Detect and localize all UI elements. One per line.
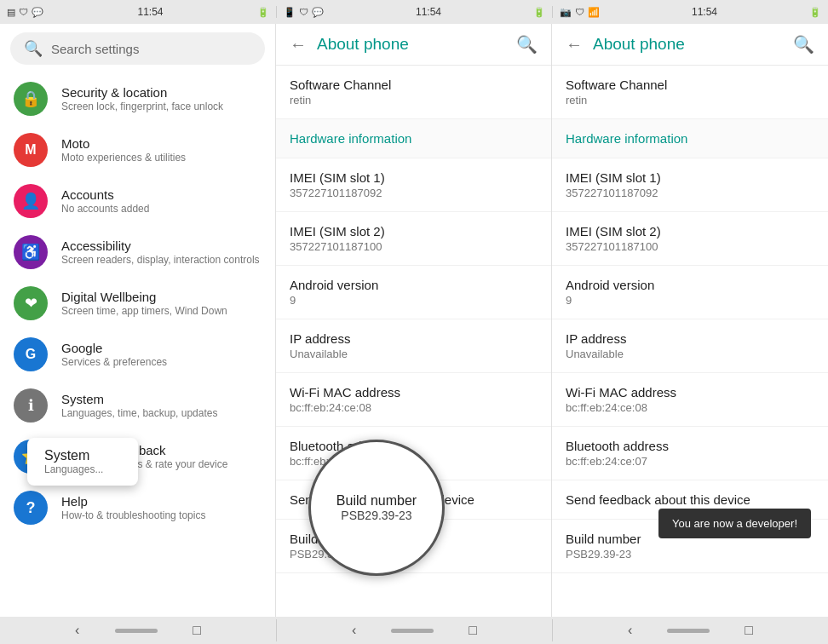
about-r-bt-value: bc:ff:eb:24:ce:07	[566, 455, 814, 468]
about-imei2-title: IMEI (SIM slot 2)	[290, 224, 538, 239]
digital-wellbeing-text: Digital Wellbeing Screen time, app timer…	[61, 290, 262, 317]
about-header-mid: ← About phone 🔍	[276, 24, 551, 66]
developer-toast: You are now a developer!	[658, 509, 811, 538]
status-left-battery: 🔋	[257, 7, 269, 18]
build-circle-title: Build number	[336, 493, 417, 509]
about-android-value: 9	[290, 294, 538, 307]
moto-icon: M	[14, 133, 48, 167]
nav-section-right: ‹ □	[552, 619, 828, 641]
google-subtitle: Services & preferences	[61, 356, 262, 368]
settings-item-accessibility[interactable]: ♿ Accessibility Screen readers, display,…	[0, 227, 275, 278]
about-r-imei2-value: 357227101187100	[566, 240, 814, 253]
security-subtitle: Screen lock, fingerprint, face unlock	[61, 101, 262, 112]
search-header-icon-mid[interactable]: 🔍	[516, 34, 538, 55]
settings-list: 🔒 Security & location Screen lock, finge…	[0, 73, 275, 617]
help-icon: ?	[14, 491, 48, 525]
about-r-sw-value: retin	[566, 94, 814, 106]
system-subtitle: Languages, time, backup, updates	[61, 407, 262, 419]
status-left-time: 11:54	[137, 6, 163, 18]
about-r-bt-title: Bluetooth address	[566, 439, 814, 453]
build-circle-value: PSB29.39-23	[341, 509, 411, 522]
about-r-imei2-title: IMEI (SIM slot 2)	[566, 224, 814, 239]
system-tooltip-title: System	[44, 448, 121, 463]
accessibility-title: Accessibility	[61, 239, 262, 253]
nav-recent-right[interactable]: □	[738, 619, 760, 641]
back-arrow-mid[interactable]: ←	[290, 35, 307, 55]
settings-item-accounts[interactable]: 👤 Accounts No accounts added	[0, 175, 275, 227]
settings-panel: 🔍 Search settings 🔒 Security & location …	[0, 24, 276, 617]
settings-item-moto[interactable]: M Moto Moto experiences & utilities	[0, 124, 275, 175]
status-right-battery2: 🔋	[809, 7, 821, 18]
back-arrow-right[interactable]: ←	[566, 35, 583, 55]
google-icon: G	[14, 337, 48, 371]
nav-section-mid: ‹ □	[276, 619, 552, 641]
about-r-imei1-value: 357227101187092	[566, 187, 814, 199]
about-hw-title: Hardware information	[290, 131, 538, 146]
search-header-icon-right[interactable]: 🔍	[793, 34, 814, 55]
about-r-wifi-value: bc:ff:eb:24:ce:08	[566, 401, 814, 414]
about-title-mid: About phone	[317, 35, 506, 54]
system-title: System	[61, 392, 262, 406]
about-item-wifi-right: Wi-Fi MAC address bc:ff:eb:24:ce:08	[552, 373, 828, 427]
about-item-imei1-mid: IMEI (SIM slot 1) 357227101187092	[276, 158, 551, 212]
status-bar: ▤ 🛡 💬 11:54 🔋 📱🛡💬 11:54 🔋 📷🛡📶 11:54 🔋	[0, 0, 828, 24]
about-r-hw-title: Hardware information	[566, 131, 814, 146]
settings-item-system[interactable]: ℹ System Languages, time, backup, update…	[0, 380, 275, 431]
about-item-imei2-mid: IMEI (SIM slot 2) 357227101187100	[276, 212, 551, 266]
nav-recent-left[interactable]: □	[186, 619, 208, 641]
status-mid-battery: 🔋	[533, 7, 545, 18]
nav-section-left: ‹ □	[0, 619, 276, 641]
system-icon: ℹ	[14, 388, 48, 423]
about-header-right: ← About phone 🔍	[552, 24, 828, 66]
about-item-bt-right: Bluetooth address bc:ff:eb:24:ce:07	[552, 427, 828, 480]
status-mid-icons: 📱🛡💬	[284, 7, 324, 18]
about-item-software-channel-mid: Software Channel retin	[276, 66, 551, 119]
about-r-feedback-title: Send feedback about this device	[566, 492, 814, 507]
nav-pill-right	[667, 629, 710, 633]
security-text: Security & location Screen lock, fingerp…	[61, 85, 262, 112]
about-r-ip-value: Unavailable	[566, 348, 814, 360]
about-item-android-right: Android version 9	[552, 266, 828, 319]
nav-back-mid[interactable]: ‹	[345, 619, 363, 641]
digital-wellbeing-subtitle: Screen time, app timers, Wind Down	[61, 305, 262, 317]
about-android-title: Android version	[290, 278, 538, 292]
status-left: ▤ 🛡 💬 11:54 🔋	[0, 6, 276, 18]
search-placeholder: Search settings	[51, 42, 139, 56]
icon-file: ▤	[7, 7, 15, 18]
about-item-value: retin	[290, 94, 538, 106]
icon-shield: 🛡	[19, 7, 28, 17]
search-bar[interactable]: 🔍 Search settings	[10, 32, 265, 65]
google-text: Google Services & preferences	[61, 341, 262, 368]
about-item-android-mid: Android version 9	[276, 266, 551, 319]
accounts-text: Accounts No accounts added	[61, 187, 262, 215]
about-wifi-value: bc:ff:eb:24:ce:08	[290, 401, 538, 414]
about-ip-title: IP address	[290, 331, 538, 346]
security-title: Security & location	[61, 85, 262, 100]
about-item-software-channel-right: Software Channel retin	[552, 66, 828, 119]
search-icon: 🔍	[24, 39, 43, 58]
settings-item-digital-wellbeing[interactable]: ❤ Digital Wellbeing Screen time, app tim…	[0, 278, 275, 329]
about-r-sw-title: Software Channel	[566, 78, 814, 92]
about-item-imei2-right: IMEI (SIM slot 2) 357227101187100	[552, 212, 828, 266]
accounts-subtitle: No accounts added	[61, 203, 262, 215]
about-r-imei1-title: IMEI (SIM slot 1)	[566, 170, 814, 185]
about-imei1-title: IMEI (SIM slot 1)	[290, 170, 538, 185]
nav-recent-mid[interactable]: □	[462, 619, 484, 641]
status-mid-time: 11:54	[416, 6, 441, 18]
settings-item-google[interactable]: G Google Services & preferences	[0, 329, 275, 380]
system-tooltip: System Languages...	[27, 438, 138, 486]
system-text: System Languages, time, backup, updates	[61, 392, 262, 419]
status-right: 📷🛡📶 11:54 🔋	[552, 6, 828, 18]
settings-item-security[interactable]: 🔒 Security & location Screen lock, finge…	[0, 73, 275, 124]
status-right-time: 11:54	[692, 6, 717, 18]
moto-title: Moto	[61, 136, 262, 151]
about-item-imei1-right: IMEI (SIM slot 1) 357227101187092	[552, 158, 828, 212]
build-number-circle: Build number PSB29.39-23	[308, 440, 445, 576]
accounts-icon: 👤	[14, 184, 48, 218]
about-item-hw-header-mid: Hardware information	[276, 119, 551, 158]
nav-back-left[interactable]: ‹	[68, 619, 86, 641]
nav-back-right[interactable]: ‹	[621, 619, 639, 641]
settings-item-help[interactable]: ? Help How-to & troubleshooting topics	[0, 482, 275, 533]
help-title: Help	[61, 494, 262, 509]
accessibility-text: Accessibility Screen readers, display, i…	[61, 239, 262, 266]
